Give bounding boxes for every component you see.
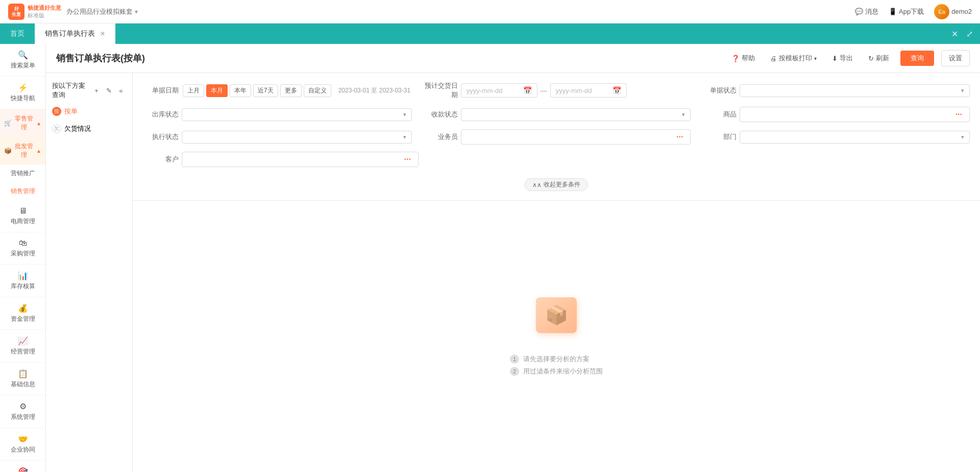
salesperson-filter: 业务员 ··· bbox=[422, 129, 691, 145]
tab-home[interactable]: 首页 bbox=[0, 23, 35, 44]
expected-date-filter: 预计交货日期 yyyy-mm-dd 📅 — yyyy-mm-dd 📅 bbox=[422, 81, 691, 100]
export-button[interactable]: ⬇ 导出 bbox=[828, 52, 857, 65]
search-icon: 🔍 bbox=[4, 50, 41, 60]
expand-icon: ▲ bbox=[36, 121, 41, 126]
sidebar-item-shortcut-nav[interactable]: ⚡ 快捷导航 bbox=[0, 77, 45, 109]
newbie-icon: 🎯 bbox=[4, 467, 41, 472]
expected-date-label: 预计交货日期 bbox=[422, 81, 458, 100]
empty-tip-1: 1 请先选择要分析的方案 bbox=[510, 355, 603, 364]
main-area: 🔍 搜索菜单 ⚡ 快捷导航 🛒 零售管理 ▲ 📦 批发管理 ▲ 营销推广 销售管… bbox=[0, 44, 980, 472]
scheme-shortage-icon: 欠 bbox=[52, 124, 61, 133]
order-status-select[interactable]: ▾ bbox=[740, 84, 970, 97]
date-btn-last-month[interactable]: 上月 bbox=[183, 84, 204, 97]
message-button[interactable]: 💬 消息 bbox=[855, 7, 878, 16]
date-btn-7days[interactable]: 近7天 bbox=[253, 84, 278, 97]
collection-select[interactable]: ▾ bbox=[461, 108, 691, 121]
empty-state-illustration bbox=[531, 297, 582, 348]
scheme-collapse-button[interactable]: « bbox=[116, 85, 126, 96]
print-template-button[interactable]: 🖨 按模板打印 ▾ bbox=[766, 52, 821, 65]
sidebar-item-business[interactable]: 📈 经营管理 bbox=[0, 330, 45, 363]
department-filter: 部门 ▾ bbox=[701, 131, 970, 144]
top-header: 好生意 畅捷通好生意 标准版 办公用品行业模拟账套 ▾ 💬 消息 📱 App下载… bbox=[0, 0, 980, 23]
refresh-button[interactable]: ↻ 刷新 bbox=[864, 52, 893, 65]
sidebar-item-basic-info[interactable]: 📋 基础信息 bbox=[0, 363, 45, 395]
goods-more-icon[interactable]: ··· bbox=[953, 110, 964, 119]
customer-input[interactable]: ··· bbox=[182, 152, 419, 167]
tab-sales-execution[interactable]: 销售订单执行表 ✕ bbox=[35, 23, 115, 44]
date-btn-this-month[interactable]: 本月 bbox=[206, 84, 228, 97]
goods-label: 商品 bbox=[701, 110, 737, 119]
goods-input[interactable]: ··· bbox=[740, 107, 970, 122]
breadcrumb[interactable]: 办公用品行业模拟账套 ▾ bbox=[66, 7, 138, 16]
scheme-item-by-order[interactable]: 按 按单 bbox=[46, 103, 132, 120]
tip-num-2: 2 bbox=[510, 367, 519, 376]
date-btn-custom[interactable]: 自定义 bbox=[304, 84, 331, 97]
wholesale-icon: 📦 bbox=[4, 147, 12, 154]
filter-area: 单据日期 上月 本月 本年 近7天 更多 自定义 2023-03-01 至 20… bbox=[133, 73, 980, 201]
date-range-display: 2023-03-01 至 2023-03-31 bbox=[338, 86, 410, 95]
sidebar-subitem-sales[interactable]: 销售管理 bbox=[0, 182, 45, 200]
finance-icon: 💰 bbox=[4, 303, 41, 313]
scheme-item-shortage[interactable]: 欠 欠货情况 bbox=[46, 120, 132, 137]
sidebar-item-purchase[interactable]: 🛍 采购管理 bbox=[0, 232, 45, 265]
sidebar-item-search-menu[interactable]: 🔍 搜索菜单 bbox=[0, 44, 45, 77]
salesperson-label: 业务员 bbox=[422, 132, 458, 141]
header-right: 💬 消息 📱 App下载 Ea demo2 bbox=[855, 4, 972, 19]
window-maximize-icon[interactable]: ⤢ bbox=[964, 27, 975, 41]
content-panel: 销售订单执行表(按单) ❓ 帮助 🖨 按模板打印 ▾ ⬇ 导出 ↻ 刷新 bbox=[46, 44, 980, 472]
sidebar-item-newbie[interactable]: 🎯 新手引导 bbox=[0, 461, 45, 472]
execution-select[interactable]: ▾ bbox=[182, 131, 412, 144]
department-dropdown-icon: ▾ bbox=[961, 134, 964, 140]
shipment-dropdown-icon: ▾ bbox=[403, 111, 406, 118]
sidebar-item-system[interactable]: ⚙ 系统管理 bbox=[0, 395, 45, 428]
app-logo-icon: 好生意 bbox=[8, 4, 24, 20]
date-btn-this-year[interactable]: 本年 bbox=[230, 84, 251, 97]
app-download-button[interactable]: 📱 App下载 bbox=[889, 7, 924, 16]
help-icon: ❓ bbox=[731, 55, 740, 62]
sidebar-subitem-marketing[interactable]: 营销推广 bbox=[0, 164, 45, 182]
inventory-icon: 📊 bbox=[4, 271, 41, 280]
sidebar-item-ecommerce[interactable]: 🖥 电商管理 bbox=[0, 200, 45, 232]
filter-row-1: 单据日期 上月 本月 本年 近7天 更多 自定义 2023-03-01 至 20… bbox=[143, 81, 970, 100]
help-button[interactable]: ❓ 帮助 bbox=[727, 52, 759, 65]
retail-icon: 🛒 bbox=[4, 120, 12, 127]
collapse-filters-button[interactable]: ∧∧ 收起更多条件 bbox=[525, 178, 588, 191]
tab-close-icon[interactable]: ✕ bbox=[100, 30, 105, 37]
collapse-icon: ▲ bbox=[36, 148, 41, 154]
query-button[interactable]: 查询 bbox=[900, 51, 934, 66]
sidebar-item-finance[interactable]: 💰 资金管理 bbox=[0, 297, 45, 330]
expected-date-start-input[interactable]: yyyy-mm-dd 📅 bbox=[461, 83, 537, 98]
date-btn-more[interactable]: 更多 bbox=[280, 84, 302, 97]
message-icon: 💬 bbox=[855, 8, 863, 15]
page-header-actions: ❓ 帮助 🖨 按模板打印 ▾ ⬇ 导出 ↻ 刷新 查询 设置 bbox=[727, 50, 970, 73]
department-select[interactable]: ▾ bbox=[740, 131, 970, 144]
scheme-edit-button[interactable]: ✎ bbox=[104, 85, 114, 96]
empty-box-icon bbox=[536, 297, 577, 333]
execution-dropdown-icon: ▾ bbox=[403, 134, 406, 140]
filter-row-3: 执行状态 ▾ 业务员 ··· bbox=[143, 129, 970, 145]
salesperson-input[interactable]: ··· bbox=[461, 129, 691, 145]
settings-button[interactable]: 设置 bbox=[941, 50, 970, 66]
window-close-icon[interactable]: ✕ bbox=[949, 27, 960, 41]
goods-filter: 商品 ··· bbox=[701, 107, 970, 122]
scheme-add-button[interactable]: + bbox=[91, 85, 102, 96]
purchase-icon: 🛍 bbox=[4, 239, 41, 248]
salesperson-more-icon[interactable]: ··· bbox=[674, 132, 685, 141]
date-filter: 单据日期 上月 本月 本年 近7天 更多 自定义 2023-03-01 至 20… bbox=[143, 84, 412, 97]
sidebar-item-wholesale[interactable]: 📦 批发管理 ▲ bbox=[0, 137, 45, 164]
customer-filter: 客户 ··· bbox=[143, 152, 419, 167]
shipment-select[interactable]: ▾ bbox=[182, 108, 412, 121]
scheme-panel: 按以下方案查询 + ✎ « 按 按单 欠 欠货情况 bbox=[46, 73, 133, 472]
sidebar-item-enterprise-collab[interactable]: 🤝 企业协同 bbox=[0, 428, 45, 461]
order-status-label: 单据状态 bbox=[701, 86, 737, 95]
execution-label: 执行状态 bbox=[143, 132, 179, 141]
collection-label: 收款状态 bbox=[422, 110, 458, 119]
user-profile[interactable]: Ea demo2 bbox=[934, 4, 972, 19]
sidebar-item-inventory[interactable]: 📊 库存核算 bbox=[0, 265, 45, 297]
calendar-start-icon: 📅 bbox=[523, 86, 532, 95]
basic-info-icon: 📋 bbox=[4, 369, 41, 379]
expected-date-end-input[interactable]: yyyy-mm-dd 📅 bbox=[550, 83, 627, 98]
right-content: 单据日期 上月 本月 本年 近7天 更多 自定义 2023-03-01 至 20… bbox=[133, 73, 980, 472]
customer-more-icon[interactable]: ··· bbox=[402, 155, 413, 164]
sidebar-item-retail[interactable]: 🛒 零售管理 ▲ bbox=[0, 109, 45, 137]
